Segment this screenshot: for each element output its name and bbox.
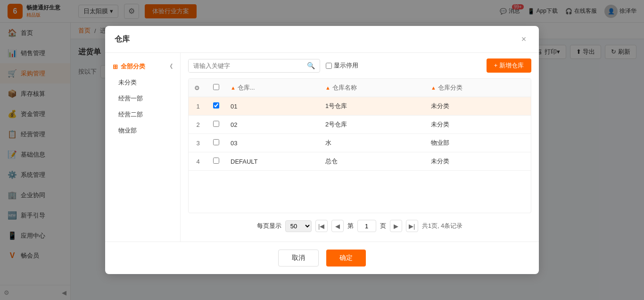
all-categories[interactable]: ⊞ 全部分类 《 [105, 58, 180, 75]
select-all-checkbox[interactable] [213, 84, 219, 90]
th-settings: ⚙ [189, 79, 207, 97]
row-checkbox[interactable] [213, 121, 219, 127]
row-code: DEFAULT [225, 152, 320, 171]
table-row[interactable]: 1 01 1号仓库 未分类 [189, 97, 531, 116]
row-category: 未分类 [425, 97, 531, 116]
total-info: 共1页, 4条记录 [422, 222, 463, 230]
warehouse-toolbar: 🔍 显示停用 + 新增仓库 [188, 58, 531, 73]
table-row[interactable]: 3 03 水 物业部 [189, 134, 531, 152]
show-disabled-checkbox[interactable] [326, 63, 332, 69]
category-item[interactable]: 未分类 [105, 75, 180, 91]
sort-icon: ▲ [231, 85, 236, 91]
row-name: 总仓 [320, 152, 425, 171]
warehouse-modal: 仓库 × ⊞ 全部分类 《 未分类 经营一部 经营二部 物业部 [105, 26, 539, 274]
warehouse-table: ⚙ ▲ 仓库... [188, 78, 531, 213]
table-header-row: ⚙ ▲ 仓库... [189, 79, 531, 97]
grid-icon: ⊞ [113, 63, 118, 70]
th-checkbox [207, 79, 225, 97]
collapse-panel-icon[interactable]: 《 [167, 63, 173, 71]
row-name: 水 [320, 134, 425, 152]
row-name: 1号仓库 [320, 97, 425, 116]
sort-icon: ▲ [431, 85, 436, 91]
modal-body: ⊞ 全部分类 《 未分类 经营一部 经营二部 物业部 🔍 [105, 53, 539, 242]
category-item[interactable]: 物业部 [105, 123, 180, 139]
search-input[interactable] [189, 59, 302, 72]
category-panel: ⊞ 全部分类 《 未分类 经营一部 经营二部 物业部 [105, 53, 181, 242]
row-checkbox-cell [207, 152, 225, 171]
row-checkbox[interactable] [213, 139, 219, 145]
search-box: 🔍 [188, 59, 320, 73]
first-page-button[interactable]: |◀ [315, 220, 328, 232]
prev-page-button[interactable]: ◀ [331, 220, 344, 232]
all-categories-label: 全部分类 [121, 62, 145, 71]
row-checkbox-cell [207, 97, 225, 116]
search-button[interactable]: 🔍 [302, 62, 320, 69]
settings-col-icon: ⚙ [194, 84, 200, 92]
row-category: 未分类 [425, 152, 531, 171]
modal-title: 仓库 [115, 34, 130, 44]
row-code: 02 [225, 116, 320, 134]
modal-header: 仓库 × [105, 26, 539, 53]
th-category: ▲ 仓库分类 [425, 79, 531, 97]
sort-icon: ▲ [325, 85, 330, 91]
page-number-input[interactable] [357, 220, 376, 232]
row-num: 3 [189, 134, 207, 152]
row-checkbox[interactable] [213, 102, 219, 108]
modal-close-button[interactable]: × [518, 33, 529, 45]
modal-overlay: 仓库 × ⊞ 全部分类 《 未分类 经营一部 经营二部 物业部 [0, 0, 644, 300]
show-disabled-label[interactable]: 显示停用 [326, 61, 358, 70]
add-warehouse-button[interactable]: + 新增仓库 [487, 58, 531, 73]
row-checkbox-cell [207, 116, 225, 134]
warehouse-panel: 🔍 显示停用 + 新增仓库 ⚙ [181, 53, 539, 242]
row-name: 2号仓库 [320, 116, 425, 134]
row-num: 2 [189, 116, 207, 134]
row-num: 1 [189, 97, 207, 116]
th-code: ▲ 仓库... [225, 79, 320, 97]
category-item[interactable]: 经营二部 [105, 107, 180, 123]
per-page-select[interactable]: 50 10 20 100 [285, 220, 312, 232]
last-page-button[interactable]: ▶| [406, 220, 418, 232]
row-checkbox-cell [207, 134, 225, 152]
cancel-button[interactable]: 取消 [278, 250, 319, 267]
th-name: ▲ 仓库名称 [320, 79, 425, 97]
table-row[interactable]: 4 DEFAULT 总仓 未分类 [189, 152, 531, 171]
row-checkbox[interactable] [213, 158, 219, 164]
row-category: 物业部 [425, 134, 531, 152]
row-code: 01 [225, 97, 320, 116]
table-row[interactable]: 2 02 2号仓库 未分类 [189, 116, 531, 134]
confirm-button[interactable]: 确定 [326, 250, 366, 267]
row-num: 4 [189, 152, 207, 171]
row-code: 03 [225, 134, 320, 152]
category-item[interactable]: 经营一部 [105, 91, 180, 107]
modal-footer: 取消 确定 [105, 242, 539, 274]
row-category: 未分类 [425, 116, 531, 134]
next-page-button[interactable]: ▶ [390, 220, 402, 232]
pagination: 每页显示 50 10 20 100 |◀ ◀ 第 页 ▶ ▶| 共1页, 4条记… [188, 213, 531, 236]
